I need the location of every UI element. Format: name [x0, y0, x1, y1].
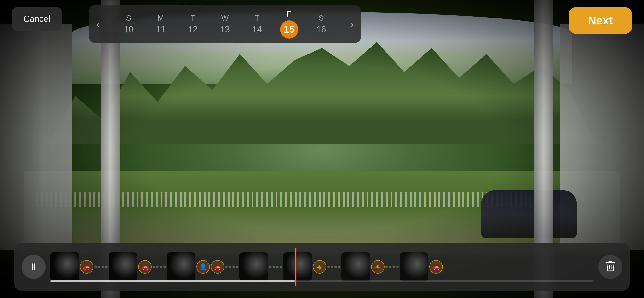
- connector-dot: [225, 266, 228, 268]
- timeline-thumbnail[interactable]: [50, 252, 79, 281]
- connector-dot: [386, 266, 388, 268]
- day-letter: T: [255, 14, 260, 23]
- day-letter: M: [158, 14, 164, 23]
- day-number: 15: [280, 20, 298, 39]
- connector-dot: [273, 266, 275, 268]
- day-number: 16: [316, 25, 326, 35]
- pause-icon: ⏸: [29, 261, 38, 272]
- scene-porch-right: [560, 24, 644, 250]
- event-icon-marker-extra: 🚗: [211, 260, 224, 273]
- day-number: 13: [220, 25, 230, 35]
- timeline-connector: [225, 266, 238, 268]
- connector-dot: [152, 266, 155, 268]
- connector-dot: [232, 266, 235, 268]
- delete-icon: [605, 260, 616, 274]
- connector-dot: [236, 266, 238, 268]
- connector-dot: [327, 266, 330, 268]
- timeline-thumbnail[interactable]: [239, 252, 268, 281]
- timeline-connector: [152, 266, 166, 268]
- calendar-next-button[interactable]: ›: [342, 14, 361, 34]
- cancel-button[interactable]: Cancel: [12, 7, 62, 31]
- connector-dot: [393, 266, 395, 268]
- connector-dot: [229, 266, 231, 268]
- connector-dot: [269, 266, 272, 268]
- timeline-connector: [386, 266, 399, 268]
- calendar-nav: ‹ S10M11T12W13T14F15S16 ›: [89, 5, 361, 43]
- day-letter: F: [287, 10, 292, 19]
- timeline-bar: ⏸ 🚗🚗👤🚗◈◈🚗: [14, 243, 630, 291]
- timeline-indicator: [295, 248, 296, 286]
- event-icon-marker: 🚗: [80, 260, 94, 273]
- connector-dot: [276, 266, 279, 268]
- timeline-progress-fill: [50, 280, 295, 282]
- connector-dot: [389, 266, 392, 268]
- calendar-day-11[interactable]: M11: [146, 14, 175, 35]
- scene-porch-left: [0, 24, 72, 250]
- day-letter: W: [222, 14, 228, 23]
- calendar-day-15[interactable]: F15: [275, 10, 304, 39]
- day-number: 14: [252, 25, 262, 35]
- event-icon-marker: ◈: [371, 260, 384, 273]
- connector-dot: [102, 266, 104, 268]
- calendar-day-10[interactable]: S10: [114, 14, 143, 35]
- timeline-content[interactable]: 🚗🚗👤🚗◈◈🚗: [50, 248, 594, 286]
- timeline-scrubber[interactable]: [50, 280, 594, 282]
- scene-fence: [36, 192, 548, 207]
- day-letter: S: [126, 14, 131, 23]
- timeline-connector: [327, 266, 340, 268]
- calendar-prev-button[interactable]: ‹: [89, 14, 108, 34]
- day-letter: S: [319, 14, 324, 23]
- calendar-day-13[interactable]: W13: [210, 14, 239, 35]
- event-icon-marker: 🚗: [429, 260, 443, 273]
- timeline-thumbnail[interactable]: [342, 252, 370, 281]
- scene-car: [481, 190, 577, 238]
- connector-dot: [105, 266, 108, 268]
- day-letter: T: [190, 14, 195, 23]
- timeline-thumbnail[interactable]: [167, 252, 196, 281]
- event-icon-marker: 🚗: [138, 260, 152, 273]
- timeline-thumbnail[interactable]: [283, 252, 312, 281]
- timeline-thumbnails: 🚗🚗👤🚗◈◈🚗: [50, 248, 594, 286]
- timeline-connector: [94, 266, 108, 268]
- connector-dot: [331, 266, 333, 268]
- calendar-day-14[interactable]: T14: [243, 14, 272, 35]
- connector-dot: [280, 266, 282, 268]
- timeline-connector: [269, 266, 282, 268]
- play-pause-button[interactable]: ⏸: [22, 255, 46, 279]
- connector-dot: [98, 266, 100, 268]
- next-button[interactable]: Next: [569, 7, 632, 34]
- day-number: 11: [156, 25, 166, 35]
- connector-dot: [338, 266, 340, 268]
- connector-dot: [160, 266, 162, 268]
- connector-dot: [334, 266, 337, 268]
- delete-button[interactable]: [598, 255, 622, 279]
- timeline-thumbnail[interactable]: [108, 252, 137, 281]
- calendar-day-12[interactable]: T12: [178, 14, 207, 35]
- day-number: 12: [188, 25, 198, 35]
- connector-dot: [156, 266, 158, 268]
- timeline-thumbnail[interactable]: [400, 252, 428, 281]
- day-number: 10: [124, 25, 134, 35]
- calendar-days: S10M11T12W13T14F15S16: [108, 10, 342, 39]
- event-icon-marker: ◈: [313, 260, 326, 273]
- connector-dot: [396, 266, 399, 268]
- connector-dot: [164, 266, 166, 268]
- connector-dot: [94, 266, 97, 268]
- event-icon-marker: 👤: [196, 260, 210, 273]
- scene-ground: [24, 171, 620, 255]
- calendar-day-16[interactable]: S16: [307, 14, 336, 35]
